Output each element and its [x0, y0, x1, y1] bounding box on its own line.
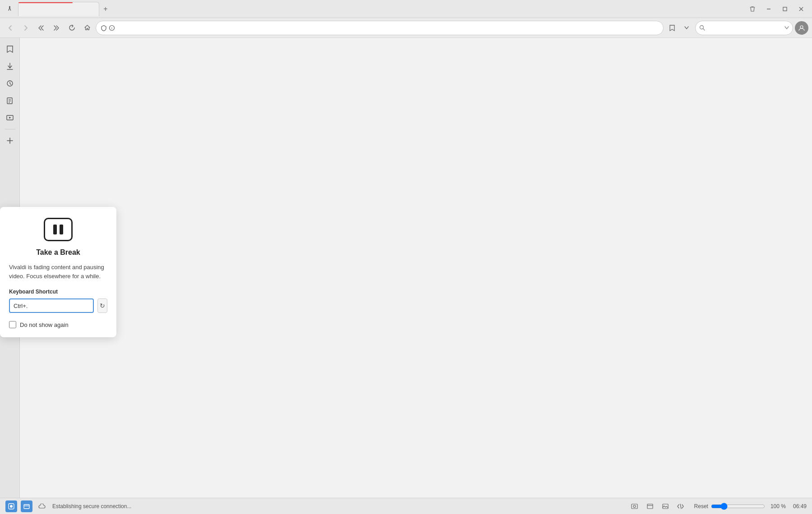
status-right: Reset 100 % 06:49	[629, 500, 807, 512]
svg-rect-1	[783, 7, 787, 11]
bookmark-button[interactable]	[665, 21, 679, 35]
shield-icon	[101, 25, 107, 31]
do-not-show-label[interactable]: Do not show again	[20, 321, 69, 328]
zoom-controls: Reset 100 %	[690, 503, 786, 510]
main-layout: Take a Break Vivaldi is fading content a…	[0, 38, 812, 498]
content-area: Take a Break Vivaldi is fading content a…	[20, 38, 812, 498]
take-a-break-popup: Take a Break Vivaldi is fading content a…	[0, 207, 116, 337]
status-screenshot-icon[interactable]	[629, 500, 641, 512]
restore-button[interactable]	[778, 3, 792, 15]
add-tab-button[interactable]: +	[99, 3, 112, 15]
address-bar[interactable]: i	[96, 21, 664, 35]
search-bar[interactable]	[695, 21, 793, 35]
minimize-button[interactable]	[761, 3, 776, 15]
forward-button[interactable]	[19, 21, 32, 35]
window-controls	[745, 3, 808, 15]
address-bar-icons: i	[101, 25, 115, 31]
shortcut-row: ↻	[9, 298, 107, 313]
delete-button[interactable]	[745, 3, 760, 15]
info-icon: i	[109, 25, 115, 31]
status-window-icon[interactable]	[644, 500, 656, 512]
sidebar-item-notes[interactable]	[2, 93, 18, 108]
sidebar-divider	[5, 129, 15, 129]
checkbox-row: Do not show again	[9, 321, 107, 328]
pause-bar-left	[53, 225, 57, 234]
sidebar-item-bookmarks[interactable]	[2, 41, 18, 57]
search-icon	[699, 25, 705, 31]
sidebar-add-panel-button[interactable]	[2, 133, 18, 148]
fast-forward-tab-button[interactable]	[50, 21, 63, 35]
svg-rect-20	[24, 505, 29, 509]
status-image-icon[interactable]	[660, 500, 671, 512]
sidebar-item-captures[interactable]	[2, 110, 18, 125]
zoom-slider[interactable]	[711, 503, 765, 510]
bookmark-dropdown-button[interactable]	[680, 21, 693, 35]
profile-button[interactable]	[795, 21, 808, 35]
rewind-tab-button[interactable]	[34, 21, 48, 35]
svg-rect-23	[647, 504, 653, 509]
svg-marker-15	[9, 117, 11, 119]
search-dropdown-icon	[784, 26, 789, 30]
url-input[interactable]	[118, 24, 659, 31]
status-code-icon[interactable]	[675, 500, 687, 512]
reset-shortcut-button[interactable]: ↻	[97, 298, 107, 313]
status-left	[5, 500, 48, 512]
reset-zoom-label[interactable]: Reset	[690, 503, 708, 509]
popup-icon-area	[9, 218, 107, 241]
status-text: Establishing secure connection...	[52, 503, 624, 509]
search-input[interactable]	[707, 24, 783, 31]
time-display: 06:49	[793, 503, 807, 509]
shortcut-label: Keyboard Shortcut	[9, 289, 107, 295]
status-tab-icon[interactable]	[21, 500, 32, 512]
svg-point-22	[633, 505, 636, 508]
active-tab[interactable]	[18, 2, 99, 16]
shortcut-input[interactable]	[9, 298, 94, 313]
svg-rect-21	[632, 504, 637, 509]
title-bar: +	[0, 0, 812, 18]
do-not-show-checkbox[interactable]	[9, 321, 16, 328]
zoom-percent-label: 100 %	[768, 503, 786, 509]
sidebar-item-downloads[interactable]	[2, 59, 18, 74]
popup-title: Take a Break	[9, 248, 107, 257]
tab-bar: +	[18, 2, 745, 16]
tab-loading-bar	[18, 2, 73, 3]
pause-bar-right	[60, 225, 63, 234]
svg-point-8	[800, 26, 803, 28]
pause-icon	[44, 218, 73, 241]
status-security-icon[interactable]	[5, 500, 17, 512]
sidebar-item-history[interactable]	[2, 76, 18, 91]
reload-button[interactable]	[65, 21, 78, 35]
status-bar: Establishing secure connection... Reset …	[0, 498, 812, 514]
status-cloud-icon[interactable]	[36, 500, 48, 512]
vivaldi-logo[interactable]	[4, 3, 16, 15]
home-button[interactable]	[80, 21, 94, 35]
nav-bar: i	[0, 18, 812, 38]
back-button[interactable]	[4, 21, 17, 35]
close-button[interactable]	[794, 3, 808, 15]
bookmark-section	[665, 21, 693, 35]
popup-description: Vivaldi is fading content and pausing vi…	[9, 263, 107, 280]
svg-line-7	[703, 29, 705, 31]
svg-text:i: i	[111, 26, 112, 30]
svg-point-19	[10, 505, 13, 508]
